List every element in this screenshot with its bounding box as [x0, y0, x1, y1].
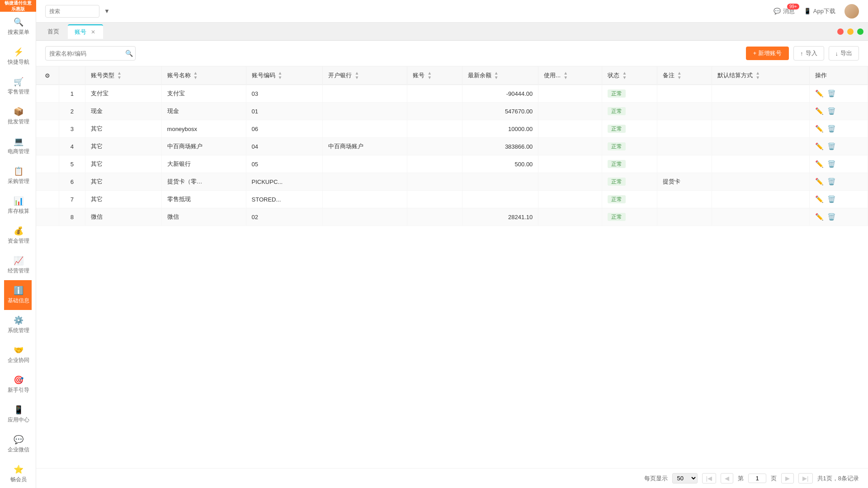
row-settlement-2 — [712, 120, 810, 138]
sidebar-item-quick-nav[interactable]: ⚡ 快捷导航 — [4, 42, 32, 71]
sidebar-item-enterprise-wechat[interactable]: 💬 企业微信 — [4, 429, 32, 459]
row-type-4: 其它 — [85, 155, 161, 173]
row-bank-1 — [323, 103, 407, 120]
col-account[interactable]: 账号 ▲▼ — [407, 66, 462, 85]
tab-account[interactable]: 账号✕ — [68, 24, 103, 39]
export-button[interactable]: ↓ 导出 — [829, 46, 859, 61]
sidebar-item-wholesale-manage[interactable]: 📦 批发管理 — [4, 101, 32, 131]
sidebar-item-basic-info[interactable]: ℹ️ 基础信息 — [4, 280, 32, 310]
sidebar-item-inventory[interactable]: 📊 库存核算 — [4, 191, 32, 221]
delete-icon-5[interactable]: 🗑️ — [827, 178, 836, 186]
col-remark[interactable]: 备注 ▲▼ — [657, 66, 712, 85]
col-status[interactable]: 状态 ▲▼ — [602, 66, 657, 85]
row-status-7: 正常 — [602, 208, 657, 226]
sidebar-item-label: 采购管理 — [8, 178, 29, 185]
next-page-button[interactable]: ▶ — [781, 473, 794, 483]
row-name-6: 零售抵现 — [161, 191, 246, 208]
app-download-button[interactable]: 📱 App下载 — [804, 7, 835, 15]
row-balance-4: 500.00 — [462, 155, 538, 173]
minimize-window-button[interactable] — [847, 28, 854, 35]
edit-icon-7[interactable]: ✏️ — [815, 213, 824, 221]
edit-icon-0[interactable]: ✏️ — [815, 89, 824, 98]
edit-icon-3[interactable]: ✏️ — [815, 142, 824, 150]
sidebar-item-enterprise-agreement[interactable]: 🤝 企业协同 — [4, 340, 32, 370]
topbar-search-input[interactable] — [45, 5, 99, 18]
avatar[interactable] — [844, 4, 859, 19]
col-balance[interactable]: 最新余额 ▲▼ — [462, 66, 538, 85]
col-default-settlement[interactable]: 默认结算方式 ▲▼ — [712, 66, 810, 85]
table-row: 4 其它 中百商场账户 04 中百商场账户 383866.00 正常 ✏️ 🗑️ — [36, 138, 868, 155]
row-remark-7 — [657, 208, 712, 226]
close-window-button[interactable] — [837, 28, 844, 35]
row-remark-5: 提货卡 — [657, 173, 712, 191]
maximize-window-button[interactable] — [857, 28, 863, 35]
edit-icon-5[interactable]: ✏️ — [815, 178, 824, 186]
topbar-dropdown[interactable]: ▼ — [104, 8, 110, 14]
message-button[interactable]: 💬 消息 99+ — [774, 7, 795, 15]
topbar: ▼ 💬 消息 99+ 📱 App下载 — [36, 0, 868, 23]
pagination-footer: 每页显示 50 20 100 |◀ ◀ 第 页 ▶ ▶| 共1页，8条记录 — [36, 468, 868, 488]
sidebar-item-app-center[interactable]: 📱 应用中心 — [4, 399, 32, 429]
basic-info-icon: ℹ️ — [14, 286, 24, 296]
first-page-button[interactable]: |◀ — [702, 473, 716, 483]
sidebar-item-purchase[interactable]: 📋 采购管理 — [4, 161, 32, 191]
sidebar-item-label: 电商管理 — [8, 148, 29, 155]
sidebar-item-label: 快捷导航 — [8, 58, 29, 66]
app-icon: 📱 — [804, 8, 811, 14]
delete-icon-1[interactable]: 🗑️ — [827, 107, 836, 115]
delete-icon-6[interactable]: 🗑️ — [827, 195, 836, 203]
tab-close-account[interactable]: ✕ — [90, 28, 96, 36]
row-account-4 — [407, 155, 462, 173]
edit-icon-6[interactable]: ✏️ — [815, 195, 824, 203]
row-bank-6 — [323, 191, 407, 208]
col-bank[interactable]: 开户银行 ▲▼ — [323, 66, 407, 85]
add-account-button[interactable]: + 新增账号 — [746, 47, 789, 60]
ecommerce-icon: 💻 — [14, 136, 24, 146]
col-code[interactable]: 账号编码 ▲▼ — [246, 66, 323, 85]
col-usage[interactable]: 使用... ▲▼ — [538, 66, 602, 85]
edit-icon-1[interactable]: ✏️ — [815, 107, 824, 115]
delete-icon-2[interactable]: 🗑️ — [827, 125, 836, 133]
sidebar-item-operations[interactable]: 📈 经营管理 — [4, 250, 32, 280]
sidebar-item-search-menu[interactable]: 🔍 搜索菜单 — [4, 12, 32, 42]
col-name[interactable]: 账号名称 ▲▼ — [161, 66, 246, 85]
sidebar-item-label: 畅会员 — [10, 476, 27, 483]
tab-home[interactable]: 首页 — [41, 24, 66, 39]
row-account-3 — [407, 138, 462, 155]
row-name-4: 大新银行 — [161, 155, 246, 173]
col-gear[interactable]: ⚙ — [36, 66, 59, 85]
row-index-6: 7 — [59, 191, 85, 208]
sidebar-item-retail-manage[interactable]: 🛒 零售管理 — [4, 71, 32, 101]
account-search-input[interactable] — [49, 50, 125, 57]
row-account-0 — [407, 85, 462, 103]
row-remark-6 — [657, 191, 712, 208]
page-size-select[interactable]: 50 20 100 — [672, 473, 698, 483]
edit-icon-4[interactable]: ✏️ — [815, 160, 824, 168]
last-page-button[interactable]: ▶| — [798, 473, 812, 483]
row-code-1: 01 — [246, 103, 323, 120]
wholesale-manage-icon: 📦 — [14, 107, 24, 117]
prev-page-button[interactable]: ◀ — [721, 473, 733, 483]
row-bank-4 — [323, 155, 407, 173]
import-button[interactable]: ↑ 导入 — [793, 46, 824, 61]
main-area: ▼ 💬 消息 99+ 📱 App下载 首页账号✕ — [36, 0, 868, 488]
page-input[interactable] — [748, 474, 766, 483]
delete-icon-4[interactable]: 🗑️ — [827, 160, 836, 168]
row-gear-4 — [36, 155, 59, 173]
row-name-1: 现金 — [161, 103, 246, 120]
sort-status-icon: ▲▼ — [622, 71, 627, 80]
row-status-6: 正常 — [602, 191, 657, 208]
sidebar-item-ecommerce[interactable]: 💻 电商管理 — [4, 131, 32, 161]
sidebar-item-vip[interactable]: ⭐ 畅会员 — [4, 459, 32, 488]
sidebar-item-system-manage[interactable]: ⚙️ 系统管理 — [4, 310, 32, 340]
delete-icon-7[interactable]: 🗑️ — [827, 213, 836, 221]
sidebar-item-label: 应用中心 — [8, 416, 29, 424]
col-type[interactable]: 账号类型 ▲▼ — [85, 66, 161, 85]
delete-icon-3[interactable]: 🗑️ — [827, 142, 836, 150]
delete-icon-0[interactable]: 🗑️ — [827, 89, 836, 98]
edit-icon-2[interactable]: ✏️ — [815, 125, 824, 133]
sidebar-item-finance[interactable]: 💰 资金管理 — [4, 221, 32, 250]
sidebar-item-new-guide[interactable]: 🎯 新手引导 — [4, 370, 32, 399]
table-row: 6 其它 提货卡（零… PICKUPC... 正常 提货卡 ✏️ 🗑️ — [36, 173, 868, 191]
row-settlement-4 — [712, 155, 810, 173]
